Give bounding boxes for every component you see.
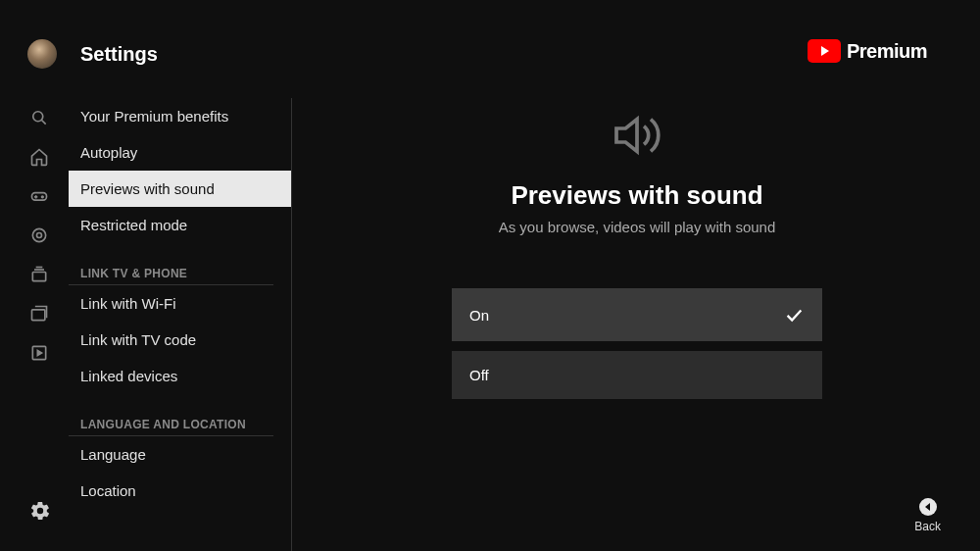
sidebar-item-label: Linked devices: [80, 368, 177, 384]
svg-point-7: [37, 233, 42, 238]
sidebar-item-restricted-mode[interactable]: Restricted mode: [69, 207, 291, 243]
main-description: As you browse, videos will play with sou…: [499, 219, 776, 235]
library-icon: [29, 304, 49, 324]
settings-sidebar: Your Premium benefits Autoplay Previews …: [69, 98, 292, 551]
check-icon: [783, 304, 805, 326]
svg-rect-8: [32, 273, 45, 281]
sidebar-item-label: Link with Wi-Fi: [80, 295, 176, 312]
back-button[interactable]: Back: [914, 498, 941, 533]
option-label: On: [469, 307, 489, 324]
sidebar-item-autoplay[interactable]: Autoplay: [69, 134, 291, 171]
sidebar-item-link-tv-code[interactable]: Link with TV code: [69, 322, 291, 358]
home-icon: [29, 147, 49, 167]
sidebar-item-label: Autoplay: [80, 144, 137, 161]
option-on[interactable]: On: [452, 288, 822, 341]
sidebar-item-linked-devices[interactable]: Linked devices: [69, 358, 291, 394]
sidebar-item-label: Link with TV code: [80, 331, 196, 348]
subscriptions-icon: [29, 265, 49, 284]
option-label: Off: [469, 367, 489, 383]
play-square-icon: [29, 343, 49, 363]
svg-rect-11: [32, 310, 45, 321]
svg-line-1: [42, 121, 46, 125]
sidebar-item-label: Your Premium benefits: [80, 108, 228, 125]
sidebar-item-link-wifi[interactable]: Link with Wi-Fi: [69, 285, 291, 322]
target-icon: [29, 225, 49, 245]
game-controller-icon: [29, 186, 49, 206]
svg-rect-2: [32, 193, 47, 201]
sidebar-item-label: Restricted mode: [80, 217, 187, 233]
youtube-play-icon: [808, 39, 841, 63]
gear-icon[interactable]: [29, 500, 51, 522]
sidebar-section-language-location: LANGUAGE AND LOCATION: [69, 412, 273, 436]
option-list: On Off: [452, 288, 822, 399]
svg-point-0: [33, 112, 43, 122]
sidebar-item-label: Location: [80, 482, 136, 499]
sidebar-item-location[interactable]: Location: [69, 473, 291, 509]
option-off[interactable]: Off: [452, 351, 822, 399]
svg-marker-14: [616, 120, 637, 152]
sidebar-item-label: Previews with sound: [80, 180, 215, 197]
sidebar-section-link-tv-phone: LINK TV & PHONE: [69, 261, 273, 285]
main-title: Previews with sound: [511, 180, 762, 211]
sidebar-item-label: Language: [80, 446, 146, 463]
sidebar-item-premium-benefits[interactable]: Your Premium benefits: [69, 98, 291, 134]
svg-marker-13: [37, 351, 41, 356]
sidebar-item-previews-sound[interactable]: Previews with sound: [69, 171, 291, 207]
sidebar-icon-rail: [29, 108, 49, 363]
back-label: Back: [914, 520, 941, 533]
svg-point-5: [42, 196, 44, 198]
back-icon: [919, 498, 937, 516]
premium-badge: Premium: [808, 39, 927, 63]
page-title: Settings: [80, 43, 158, 66]
svg-point-6: [32, 228, 45, 241]
premium-label: Premium: [847, 40, 927, 63]
search-icon: [29, 108, 49, 127]
sidebar-item-language[interactable]: Language: [69, 436, 291, 473]
main-panel: Previews with sound As you browse, video…: [294, 98, 980, 551]
speaker-icon: [603, 108, 671, 163]
avatar[interactable]: [27, 39, 57, 69]
